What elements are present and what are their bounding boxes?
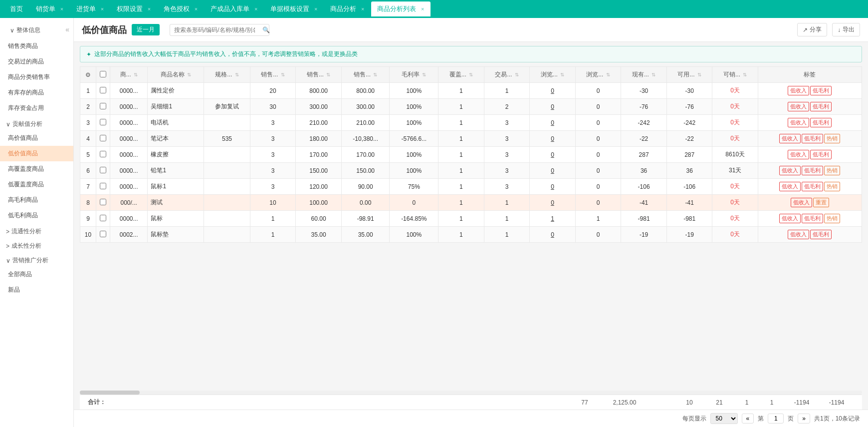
views-link[interactable]: 0 (551, 231, 554, 238)
nav-templates[interactable]: 单据模板设置 × (264, 1, 323, 16)
views-link[interactable]: 0 (551, 183, 554, 190)
table-container[interactable]: ⚙ 商... ⇅ 商品名称 ⇅ 规格... ⇅ 销售... ⇅ 销售... ⇅ … (80, 66, 862, 391)
row-checkbox-cell[interactable] (96, 83, 110, 99)
col-code[interactable]: 商... ⇅ (110, 67, 148, 83)
nav-analysis-list[interactable]: 商品分析列表 × (371, 1, 430, 16)
close-analysis-icon[interactable]: × (361, 6, 364, 12)
row-checkbox-cell[interactable] (96, 211, 110, 227)
row-views1[interactable]: 0 (530, 115, 576, 131)
row-checkbox-cell[interactable] (96, 179, 110, 195)
first-page-btn[interactable]: « (742, 414, 754, 424)
views-link[interactable]: 0 (551, 199, 554, 206)
filter-recent-month-btn[interactable]: 近一月 (132, 24, 160, 35)
nav-analysis[interactable]: 商品分析 × (324, 1, 370, 16)
sidebar-item-inventory-funds[interactable]: 库存资金占用 (0, 100, 73, 116)
close-templates-icon[interactable]: × (314, 6, 317, 12)
sidebar-item-low-value[interactable]: 低价值商品 (0, 146, 73, 161)
sidebar-item-stock-goods[interactable]: 有库存的商品 (0, 85, 73, 100)
col-spec[interactable]: 规格... ⇅ (204, 67, 250, 83)
row-views1[interactable]: 0 (530, 195, 576, 211)
sidebar-group-circulation[interactable]: > 流通性分析 (0, 223, 73, 238)
row-views1[interactable]: 0 (530, 147, 576, 163)
row-checkbox-cell[interactable] (96, 147, 110, 163)
nav-purchase[interactable]: 进货单 × (70, 1, 110, 16)
sidebar-item-sales-goods[interactable]: 销售类商品 (0, 38, 73, 54)
row-views1[interactable]: 0 (530, 131, 576, 147)
col-sales-qty[interactable]: 销售... ⇅ (250, 67, 296, 83)
row-views1[interactable]: 0 (530, 83, 576, 99)
page-size-select[interactable]: 50 100 200 (710, 413, 738, 424)
row-checkbox[interactable] (100, 87, 106, 93)
views-link[interactable]: 0 (551, 119, 554, 126)
nav-sales[interactable]: 销货单 × (30, 1, 69, 16)
col-available[interactable]: 可用... ⇅ (666, 67, 712, 83)
sidebar-item-category-sales[interactable]: 商品分类销售率 (0, 69, 73, 85)
row-checkbox[interactable] (100, 151, 106, 157)
row-checkbox-cell[interactable] (96, 99, 110, 115)
sidebar-item-new-goods[interactable]: 新品 (0, 282, 73, 298)
row-views1[interactable]: 0 (530, 179, 576, 195)
sidebar-collapse-btn[interactable]: « (65, 25, 69, 33)
views-link[interactable]: 0 (551, 151, 554, 158)
sidebar-item-traded-goods[interactable]: 交易过的商品 (0, 54, 73, 69)
row-checkbox[interactable] (100, 199, 106, 205)
close-products-icon[interactable]: × (254, 6, 257, 12)
close-sales-icon[interactable]: × (60, 6, 63, 12)
row-checkbox[interactable] (100, 215, 106, 221)
col-name[interactable]: 商品名称 ⇅ (148, 67, 204, 83)
share-btn[interactable]: ↗ 分享 (797, 23, 827, 36)
row-checkbox-cell[interactable] (96, 227, 110, 243)
row-checkbox[interactable] (100, 119, 106, 125)
col-sales-amount[interactable]: 销售... ⇅ (341, 67, 390, 83)
col-views2[interactable]: 浏览... ⇅ (575, 67, 621, 83)
nav-permissions[interactable]: 权限设置 × (111, 1, 157, 16)
close-purchase-icon[interactable]: × (101, 6, 104, 12)
col-sellable[interactable]: 可销... ⇅ (712, 67, 758, 83)
row-checkbox[interactable] (100, 135, 106, 141)
views-link[interactable]: 1 (551, 215, 554, 222)
select-all-checkbox[interactable] (100, 71, 106, 77)
nav-products[interactable]: 产成品入库单 × (205, 1, 263, 16)
row-views1[interactable]: 0 (530, 99, 576, 115)
col-current-stock[interactable]: 现有... ⇅ (621, 67, 667, 83)
views-link[interactable]: 0 (551, 135, 554, 142)
close-roles-icon[interactable]: × (195, 6, 198, 12)
col-settings[interactable]: ⚙ (80, 67, 96, 83)
row-checkbox-cell[interactable] (96, 163, 110, 179)
row-checkbox[interactable] (100, 183, 106, 189)
nav-roles[interactable]: 角色授权 × (158, 1, 204, 16)
horizontal-scrollbar[interactable] (80, 391, 862, 395)
row-views1[interactable]: 0 (530, 227, 576, 243)
sidebar-item-all-goods[interactable]: 全部商品 (0, 267, 73, 282)
sidebar-item-high-coverage[interactable]: 高覆盖度商品 (0, 161, 73, 177)
sidebar-group-growth[interactable]: > 成长性分析 (0, 238, 73, 252)
export-btn[interactable]: ↓ 导出 (832, 23, 860, 36)
views-link[interactable]: 0 (551, 87, 554, 94)
col-sales-price[interactable]: 销售... ⇅ (296, 67, 342, 83)
row-checkbox[interactable] (100, 167, 106, 173)
row-checkbox[interactable] (100, 103, 106, 109)
col-checkbox[interactable] (96, 67, 110, 83)
row-checkbox-cell[interactable] (96, 195, 110, 211)
close-analysis-list-icon[interactable]: × (421, 6, 424, 12)
scrollbar-thumb[interactable] (80, 391, 140, 395)
col-gross-margin[interactable]: 毛利率 ⇅ (390, 67, 438, 83)
page-number-input[interactable] (768, 414, 784, 424)
col-transactions[interactable]: 交易... ⇅ (484, 67, 530, 83)
search-input[interactable] (170, 24, 269, 36)
row-checkbox-cell[interactable] (96, 131, 110, 147)
views-link[interactable]: 0 (551, 103, 554, 110)
row-views1[interactable]: 0 (530, 163, 576, 179)
sidebar-item-low-coverage[interactable]: 低覆盖度商品 (0, 177, 73, 192)
close-permissions-icon[interactable]: × (148, 6, 151, 12)
nav-home[interactable]: 首页 (4, 1, 29, 16)
col-coverage[interactable]: 覆盖... ⇅ (438, 67, 484, 83)
views-link[interactable]: 0 (551, 167, 554, 174)
sidebar-item-high-margin[interactable]: 高毛利商品 (0, 192, 73, 208)
last-page-btn[interactable]: » (798, 414, 810, 424)
col-views1[interactable]: 浏览... ⇅ (530, 67, 576, 83)
row-checkbox-cell[interactable] (96, 115, 110, 131)
sidebar-item-high-value[interactable]: 高价值商品 (0, 130, 73, 146)
sidebar-item-low-margin[interactable]: 低毛利商品 (0, 208, 73, 223)
row-checkbox[interactable] (100, 231, 106, 237)
